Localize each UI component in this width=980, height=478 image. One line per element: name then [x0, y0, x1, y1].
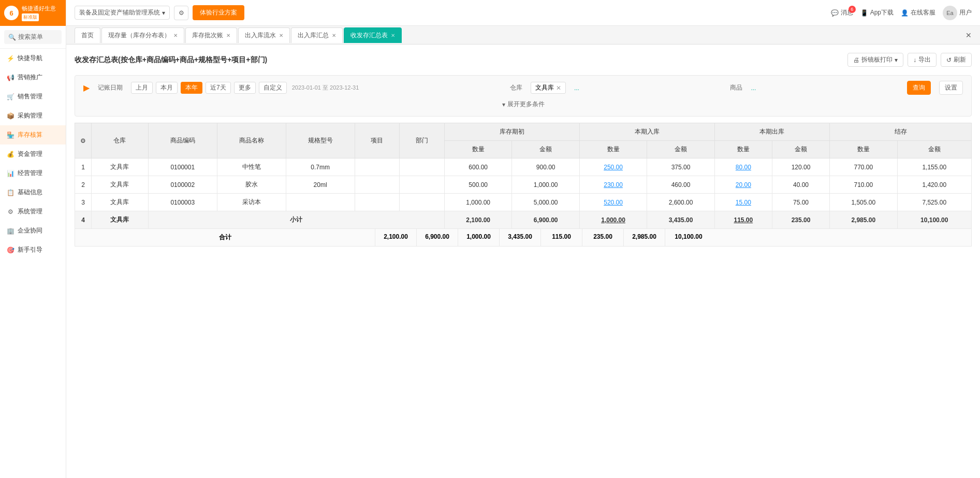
table-row: 3 文具库 0100003 采访本 1,000.00 5,000.00 520.… [75, 194, 972, 211]
sidebar-item-label: 企业协同 [18, 226, 42, 235]
col-closing-amt: 金额 [897, 141, 971, 158]
export-button[interactable]: ↓ 导出 [908, 53, 937, 67]
goods-more-btn[interactable]: ... [751, 84, 756, 92]
tab-label: 现存量（库存分布表） [108, 31, 170, 40]
row-goods-code: 0100001 [148, 158, 217, 176]
row-opening-amt: 900.00 [512, 158, 579, 176]
search-menu-button[interactable]: 🔍 搜索菜单 [4, 30, 62, 44]
table-settings-icon[interactable]: ⚙ [80, 137, 86, 144]
messages-button[interactable]: 💬 消息 6 [831, 8, 853, 17]
sidebar-item-marketing[interactable]: 📢 营销推广 [0, 68, 66, 87]
settings-config-button[interactable]: 设置 [939, 81, 963, 95]
settings-button[interactable]: ⚙ [174, 6, 188, 20]
online-service-label: 在线客服 [911, 8, 935, 17]
row-closing-amt: 1,155.00 [897, 158, 971, 176]
sidebar-item-guide[interactable]: 🎯 新手引导 [0, 240, 66, 259]
col-opening-qty: 数量 [444, 141, 511, 158]
row-out-qty[interactable]: 80.00 [714, 158, 772, 176]
row-department [400, 176, 445, 194]
tab-recv-summary[interactable]: 收发存汇总表 ✕ [344, 27, 402, 43]
row-index: 2 [75, 176, 92, 194]
sidebar-item-label: 基础信息 [18, 188, 42, 197]
sidebar-nav: ⚡ 快捷导航 📢 营销推广 🛒 销售管理 📦 采购管理 🏪 库存核算 💰 资金管… [0, 49, 66, 478]
refresh-label: 刷新 [954, 55, 966, 64]
row-goods-spec [286, 194, 355, 211]
tab-inout-summary[interactable]: 出入库汇总 ✕ [291, 27, 343, 43]
total-footer: 合计 2,100.00 6,900.00 1,000.00 3,435.00 1… [75, 229, 972, 247]
refresh-button[interactable]: ↺ 刷新 [941, 53, 972, 67]
tab-batch[interactable]: 库存批次账 ✕ [185, 27, 237, 43]
close-icon[interactable]: ✕ [226, 33, 230, 38]
row-in-amt: 375.00 [647, 158, 714, 176]
sidebar-item-inventory[interactable]: 🏪 库存核算 [0, 125, 66, 144]
date-7days-btn[interactable]: 近7天 [206, 82, 231, 94]
date-custom-btn[interactable]: 自定义 [259, 82, 287, 94]
row-department [400, 158, 445, 176]
row-opening-amt: 5,000.00 [512, 194, 579, 211]
date-last-month-btn[interactable]: 上月 [131, 82, 153, 94]
date-this-year-btn[interactable]: 本年 [181, 82, 202, 94]
query-button[interactable]: 查询 [907, 81, 931, 95]
sidebar-item-finance[interactable]: 💰 资金管理 [0, 144, 66, 164]
tab-inventory-dist[interactable]: 现存量（库存分布表） ✕ [101, 27, 184, 43]
row-closing-qty: 770.00 [830, 158, 897, 176]
print-button[interactable]: 🖨 拆镜板打印 ▾ [847, 53, 903, 67]
row-out-qty[interactable]: 15.00 [714, 194, 772, 211]
system-selector[interactable]: 装备及固定资产辅助管理系统 ▾ [75, 6, 170, 20]
sidebar-item-shortcut[interactable]: ⚡ 快捷导航 [0, 49, 66, 68]
close-icon[interactable]: ✕ [332, 33, 336, 38]
shortcut-icon: ⚡ [6, 54, 14, 63]
row-in-qty[interactable]: 520.00 [579, 194, 647, 211]
sidebar-item-operations[interactable]: 📊 经营管理 [0, 164, 66, 183]
date-filter-label: 记账日期 [98, 83, 123, 92]
user-menu-button[interactable]: Ea 用户 [943, 6, 972, 20]
basic-icon: 📋 [6, 189, 14, 197]
sidebar-item-enterprise[interactable]: 🏢 企业协同 [0, 221, 66, 240]
sidebar-item-sales[interactable]: 🛒 销售管理 [0, 87, 66, 106]
sidebar-item-system[interactable]: ⚙ 系统管理 [0, 202, 66, 221]
warehouse-more-btn[interactable]: ... [574, 84, 579, 92]
date-this-month-btn[interactable]: 本月 [156, 82, 178, 94]
close-icon[interactable]: ✕ [391, 33, 395, 38]
tab-label: 出入库汇总 [298, 31, 329, 40]
trial-button[interactable]: 体验行业方案 [193, 5, 244, 20]
export-icon: ↓ [913, 56, 916, 64]
tab-label: 出入库流水 [245, 31, 276, 40]
sidebar-search-area: 🔍 搜索菜单 [0, 26, 66, 49]
total-out-qty: 115.00 [541, 229, 582, 246]
operations-icon: 📊 [6, 169, 14, 178]
date-range-text: 2023-01-01 至 2023-12-31 [292, 84, 359, 92]
subtotal-index: 4 [75, 211, 92, 229]
sidebar-item-basic[interactable]: 📋 基础信息 [0, 183, 66, 202]
online-service-button[interactable]: 👤 在线客服 [901, 8, 935, 17]
tab-inout-flow[interactable]: 出入库流水 ✕ [238, 27, 290, 43]
tab-home[interactable]: 首页 [75, 27, 100, 43]
row-out-amt: 120.00 [772, 158, 829, 176]
total-in-qty: 1,000.00 [458, 229, 500, 246]
messages-badge: 6 [849, 6, 856, 13]
warehouse-tag-close-icon[interactable]: ✕ [556, 84, 561, 92]
row-out-qty[interactable]: 20.00 [714, 176, 772, 194]
col-settings-header[interactable]: ⚙ [75, 123, 92, 158]
sidebar-item-purchase[interactable]: 📦 采购管理 [0, 106, 66, 125]
page-title-row: 收发存汇总表(按仓库+商品编码+商品+规格型号+项目+部门) 🖨 拆镜板打印 ▾… [75, 53, 972, 67]
app-download-button[interactable]: 📱 App下载 [860, 8, 894, 17]
col-in-amt: 金额 [647, 141, 714, 158]
row-in-qty[interactable]: 250.00 [579, 158, 647, 176]
close-tab-button[interactable]: ✕ [966, 31, 972, 39]
filter-area: ▶ 记账日期 上月 本月 本年 近7天 更多 自定义 2023-01-01 至 … [75, 75, 972, 117]
close-icon[interactable]: ✕ [279, 33, 283, 38]
close-icon[interactable]: ✕ [173, 33, 178, 38]
row-in-qty[interactable]: 230.00 [579, 176, 647, 194]
date-more-btn[interactable]: 更多 [234, 82, 256, 94]
row-index: 3 [75, 194, 92, 211]
row-opening-amt: 1,000.00 [512, 176, 579, 194]
row-in-amt: 460.00 [647, 176, 714, 194]
gear-icon: ⚙ [179, 9, 184, 17]
warehouse-filter-label: 仓库 [510, 83, 522, 92]
subtotal-out-qty: 115.00 [714, 211, 772, 229]
row-opening-qty: 1,000.00 [444, 194, 511, 211]
filter-collapse-icon[interactable]: ▶ [83, 83, 90, 93]
expand-label: 展开更多条件 [507, 100, 545, 109]
expand-conditions-btn[interactable]: ▾ 展开更多条件 [502, 100, 545, 109]
